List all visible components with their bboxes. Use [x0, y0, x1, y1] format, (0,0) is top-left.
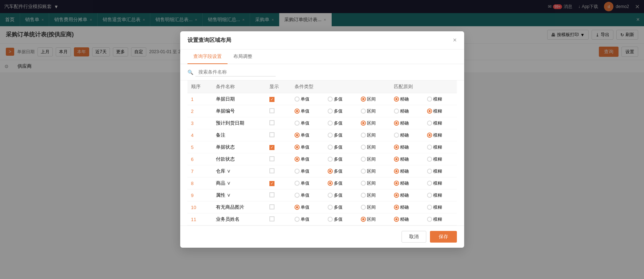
radio-circle[interactable]	[361, 97, 366, 102]
radio-circle[interactable]	[295, 109, 300, 114]
radio-match-item[interactable]: 精确	[394, 108, 420, 114]
cell-type-多值[interactable]: 多值	[324, 117, 357, 129]
radio-circle[interactable]	[295, 145, 300, 150]
radio-type-item[interactable]: 区间	[361, 180, 387, 186]
radio-circle[interactable]	[295, 193, 300, 198]
radio-circle[interactable]	[427, 109, 432, 114]
radio-circle[interactable]	[361, 121, 366, 126]
radio-type-item[interactable]: 多值	[328, 192, 353, 199]
radio-circle[interactable]	[427, 145, 432, 150]
display-checkbox[interactable]	[269, 108, 274, 113]
radio-circle[interactable]	[328, 217, 333, 222]
radio-circle[interactable]	[328, 169, 333, 174]
cell-match-模糊[interactable]: 模糊	[423, 117, 457, 129]
cell-match-模糊[interactable]: 模糊	[423, 141, 457, 153]
radio-circle[interactable]	[394, 193, 399, 198]
display-checkbox[interactable]	[269, 97, 274, 102]
radio-type-item[interactable]: 多值	[328, 156, 353, 162]
cell-match-模糊[interactable]: 模糊	[423, 189, 457, 201]
cell-display[interactable]	[266, 105, 291, 117]
radio-match-item[interactable]: 模糊	[427, 96, 453, 102]
radio-match-item[interactable]: 模糊	[427, 168, 453, 174]
cell-display[interactable]	[266, 141, 291, 153]
cell-match-精确[interactable]: 精确	[390, 201, 423, 213]
radio-circle[interactable]	[394, 169, 399, 174]
cell-type-单值[interactable]: 单值	[291, 117, 324, 129]
radio-match-item[interactable]: 模糊	[427, 216, 453, 223]
radio-match-item[interactable]: 模糊	[427, 108, 453, 114]
radio-circle[interactable]	[295, 181, 300, 186]
cell-match-模糊[interactable]: 模糊	[423, 177, 457, 189]
search-input[interactable]	[195, 68, 276, 76]
radio-circle[interactable]	[394, 109, 399, 114]
cell-display[interactable]	[266, 213, 291, 225]
radio-circle[interactable]	[295, 169, 300, 174]
radio-circle[interactable]	[427, 157, 432, 162]
radio-circle[interactable]	[361, 157, 366, 162]
radio-match-item[interactable]: 模糊	[427, 192, 453, 199]
radio-type-item[interactable]: 区间	[361, 96, 387, 102]
cell-type-单值[interactable]: 单值	[291, 201, 324, 213]
cell-type-多值[interactable]: 多值	[324, 153, 357, 165]
cell-display[interactable]	[266, 165, 291, 177]
cancel-button[interactable]: 取消	[402, 231, 426, 243]
radio-match-item[interactable]: 精确	[394, 132, 420, 138]
display-checkbox[interactable]	[269, 192, 274, 197]
cell-type-单值[interactable]: 单值	[291, 189, 324, 201]
radio-match-item[interactable]: 模糊	[427, 120, 453, 126]
cell-type-区间[interactable]: 区间	[357, 93, 390, 105]
radio-type-item[interactable]: 区间	[361, 204, 387, 211]
radio-circle[interactable]	[394, 97, 399, 102]
cell-match-模糊[interactable]: 模糊	[423, 201, 457, 213]
cell-type-单值[interactable]: 单值	[291, 93, 324, 105]
cell-type-单值[interactable]: 单值	[291, 153, 324, 165]
save-button[interactable]: 保存	[430, 231, 457, 243]
radio-circle[interactable]	[328, 97, 333, 102]
display-checkbox[interactable]	[269, 181, 274, 186]
radio-circle[interactable]	[394, 181, 399, 186]
cell-type-区间[interactable]: 区间	[357, 141, 390, 153]
cell-match-精确[interactable]: 精确	[390, 117, 423, 129]
cell-match-模糊[interactable]: 模糊	[423, 153, 457, 165]
radio-circle[interactable]	[427, 217, 432, 222]
tab-layout-adjust[interactable]: 布局调整	[228, 50, 258, 64]
display-checkbox[interactable]	[269, 204, 274, 209]
cell-type-单值[interactable]: 单值	[291, 105, 324, 117]
radio-circle[interactable]	[427, 181, 432, 186]
radio-type-item[interactable]: 多值	[328, 180, 353, 186]
radio-circle[interactable]	[394, 145, 399, 150]
radio-circle[interactable]	[361, 193, 366, 198]
cell-type-单值[interactable]: 单值	[291, 129, 324, 141]
radio-circle[interactable]	[394, 217, 399, 222]
radio-circle[interactable]	[394, 205, 399, 210]
cell-match-精确[interactable]: 精确	[390, 177, 423, 189]
cell-type-多值[interactable]: 多值	[324, 201, 357, 213]
cell-display[interactable]	[266, 117, 291, 129]
radio-circle[interactable]	[361, 133, 366, 138]
radio-circle[interactable]	[295, 217, 300, 222]
cell-type-区间[interactable]: 区间	[357, 105, 390, 117]
radio-type-item[interactable]: 单值	[295, 204, 320, 211]
cell-type-区间[interactable]: 区间	[357, 153, 390, 165]
radio-match-item[interactable]: 精确	[394, 216, 420, 223]
radio-match-item[interactable]: 模糊	[427, 144, 453, 150]
radio-type-item[interactable]: 区间	[361, 120, 387, 126]
radio-type-item[interactable]: 单值	[295, 132, 320, 138]
radio-circle[interactable]	[361, 217, 366, 222]
radio-type-item[interactable]: 区间	[361, 132, 387, 138]
radio-circle[interactable]	[328, 145, 333, 150]
radio-type-item[interactable]: 多值	[328, 132, 353, 138]
radio-type-item[interactable]: 区间	[361, 144, 387, 150]
radio-circle[interactable]	[328, 181, 333, 186]
radio-type-item[interactable]: 区间	[361, 216, 387, 223]
radio-circle[interactable]	[427, 121, 432, 126]
cell-display[interactable]	[266, 93, 291, 105]
cell-type-区间[interactable]: 区间	[357, 117, 390, 129]
radio-circle[interactable]	[295, 121, 300, 126]
cell-type-单值[interactable]: 单值	[291, 213, 324, 225]
radio-type-item[interactable]: 多值	[328, 204, 353, 211]
display-checkbox[interactable]	[269, 120, 274, 125]
radio-match-item[interactable]: 精确	[394, 180, 420, 186]
cell-type-多值[interactable]: 多值	[324, 129, 357, 141]
radio-type-item[interactable]: 单值	[295, 216, 320, 223]
